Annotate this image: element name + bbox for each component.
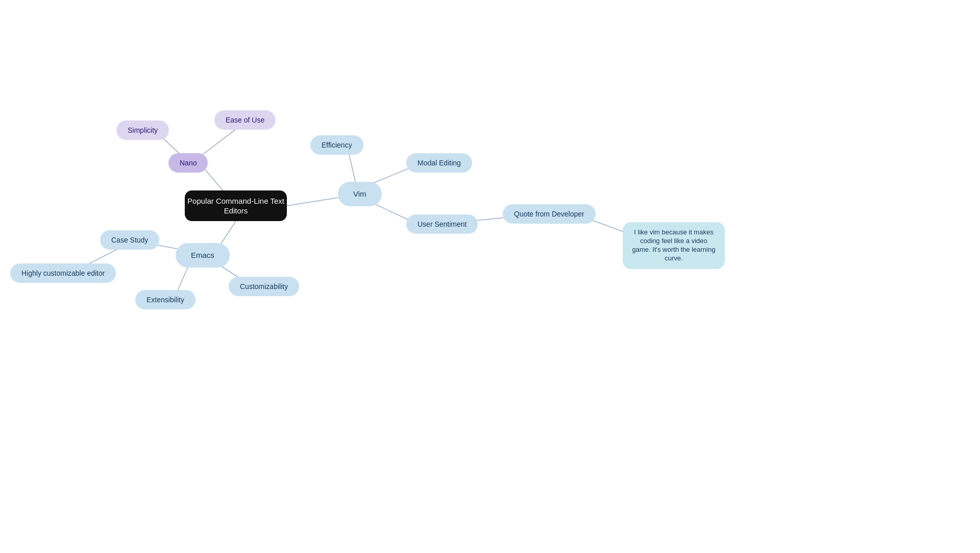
vim-node[interactable]: Vim <box>338 182 382 206</box>
user-sentiment-node[interactable]: User Sentiment <box>406 214 478 234</box>
simplicity-node[interactable]: Simplicity <box>116 121 169 140</box>
customizability-node[interactable]: Customizability <box>229 277 299 296</box>
case-study-node[interactable]: Case Study <box>100 230 159 250</box>
modal-editing-node[interactable]: Modal Editing <box>406 153 472 173</box>
efficiency-node[interactable]: Efficiency <box>310 135 363 155</box>
center-node[interactable]: Popular Command-Line Text Editors <box>185 190 287 221</box>
emacs-node[interactable]: Emacs <box>176 243 230 268</box>
quote-text-node: I like vim because it makes coding feel … <box>623 222 725 269</box>
quote-from-developer-node[interactable]: Quote from Developer <box>503 204 596 224</box>
nano-node[interactable]: Nano <box>168 153 208 173</box>
highly-customizable-node[interactable]: Highly customizable editor <box>10 263 116 283</box>
ease-of-use-node[interactable]: Ease of Use <box>214 110 276 130</box>
extensibility-node[interactable]: Extensibility <box>135 290 195 309</box>
